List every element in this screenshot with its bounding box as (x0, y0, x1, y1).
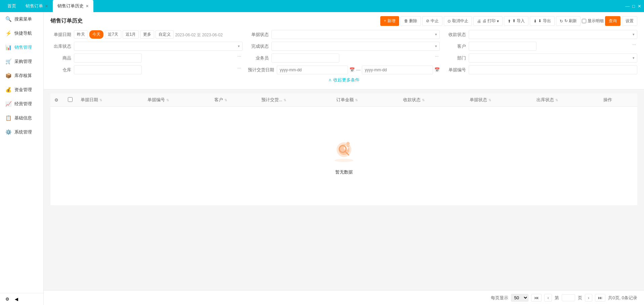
calendar-end-icon[interactable]: 📅 (434, 67, 440, 72)
sidebar-collapse-icon[interactable]: ◀ (15, 297, 18, 302)
bill-status-select[interactable] (271, 30, 440, 39)
complete-status-label: 完成状态 (248, 43, 271, 49)
dept-select[interactable] (469, 53, 637, 63)
tab-home[interactable]: 首页 (3, 0, 21, 12)
goods-input[interactable] (74, 53, 142, 63)
collapse-btn[interactable]: ∧ 收起更多条件 (50, 76, 637, 86)
th-customer-sort-icon[interactable]: ⇅ (224, 98, 227, 102)
table-settings-icon[interactable]: ⚙ (54, 98, 58, 103)
stop-button[interactable]: ⊘ 中止 (422, 16, 442, 26)
customer-label: 客户 (445, 43, 469, 49)
show-cols-checkbox-group[interactable]: 显示明细 (582, 18, 604, 24)
sidebar-item-quick-nav[interactable]: ⚡ 快捷导航 (0, 26, 43, 40)
refresh-button[interactable]: ↻ ↻ 刷新 (556, 16, 581, 26)
sidebar-item-search[interactable]: 🔍 搜索菜单 (0, 12, 43, 26)
more-date-btn[interactable]: 更多 (140, 30, 154, 39)
bill-no-filter-group: 单据编号 (445, 65, 637, 74)
page-label-before: 第 (555, 295, 559, 301)
sidebar-item-sales-label: 销售管理 (14, 44, 32, 50)
goods-dots-icon[interactable]: ··· (236, 53, 243, 59)
delivery-status-filter-group: 出库状态 ▾ (50, 42, 243, 51)
th-delivery-status-sort-icon[interactable]: ⇅ (555, 98, 558, 102)
prev-page-btn[interactable]: ‹ (544, 294, 552, 302)
page-title-row: 销售订单历史 + 新增 🗑 删除 ⊘ 中止 ⊙ 取消中止 🖨 🖨 打印 ▾ (50, 16, 637, 26)
date-dash: — (356, 67, 360, 72)
sidebar-settings-icon[interactable]: ⚙ (5, 297, 9, 302)
tab-sales-order-history[interactable]: 销售订单历史 ✕ (53, 0, 93, 12)
inventory-icon: 📦 (5, 73, 12, 79)
import-button[interactable]: ⬆ ⬆ 导入 (504, 16, 528, 26)
sidebar-item-system[interactable]: ⚙️ 系统管理 (0, 125, 43, 139)
complete-status-select[interactable] (271, 42, 440, 51)
select-all-checkbox[interactable] (68, 97, 73, 102)
date-filter-group: 单据日期 昨天 今天 近7天 近1月 更多 自定义 2023 (50, 30, 243, 39)
sidebar-item-sales[interactable]: 📊 销售管理 (0, 40, 43, 54)
customer-filter-group: 客户 ··· (445, 42, 637, 51)
bill-status-select-wrapper: ▾ (271, 30, 440, 39)
custom-date-btn[interactable]: 自定义 (156, 30, 174, 39)
show-cols-checkbox[interactable] (582, 19, 586, 23)
payment-status-filter-group: 收款状态 ▾ (445, 30, 637, 39)
empty-state-cell: 暂无数据 (50, 107, 637, 206)
salesperson-dots-icon[interactable]: ··· (433, 53, 440, 59)
expected-date-end-input[interactable] (362, 66, 433, 74)
expected-date-label: 预计交货日期 (248, 67, 277, 73)
next-page-btn[interactable]: › (585, 294, 592, 302)
tab-sales-order-close[interactable]: ✕ (45, 4, 48, 8)
th-date: 单据日期 ⇅ (77, 93, 143, 107)
date-range-display: 2023-06-02 至 2023-06-02 (174, 32, 222, 38)
close-btn[interactable]: ✕ (638, 4, 641, 9)
payment-status-select[interactable] (469, 30, 637, 39)
refresh-icon: ↻ (560, 19, 563, 24)
settings-button[interactable]: 设置 (622, 16, 637, 26)
cancel-stop-button[interactable]: ⊙ 取消中止 (444, 16, 472, 26)
th-bill-status-sort-icon[interactable]: ⇅ (488, 98, 491, 102)
sidebar-item-inventory[interactable]: 📦 库存核算 (0, 69, 43, 83)
th-expected-date-sort-icon[interactable]: ⇅ (284, 98, 286, 102)
last-page-btn[interactable]: ⏭ (595, 294, 605, 302)
warehouse-dots-icon[interactable]: ··· (236, 65, 243, 70)
last7days-btn[interactable]: 近7天 (105, 30, 121, 39)
th-payment-status-sort-icon[interactable]: ⇅ (422, 98, 425, 102)
date-btn-group: 昨天 今天 近7天 近1月 更多 自定义 (74, 30, 174, 39)
calendar-start-icon[interactable]: 📅 (349, 67, 355, 72)
tab-sales-order-history-close[interactable]: ✕ (86, 4, 89, 8)
warehouse-input[interactable] (74, 65, 142, 74)
delete-button[interactable]: 🗑 删除 (400, 16, 421, 26)
per-page-select[interactable]: 10 20 50 100 (511, 294, 528, 302)
salesperson-input[interactable] (271, 53, 339, 63)
delivery-status-select[interactable] (74, 42, 243, 51)
today-btn[interactable]: 今天 (89, 30, 103, 39)
tab-sales-order[interactable]: 销售订单 ✕ (21, 0, 53, 12)
top-bar: 首页 销售订单 ✕ 销售订单历史 ✕ — □ ✕ (0, 0, 644, 12)
expected-date-start-input[interactable] (277, 66, 348, 74)
delivery-status-label: 出库状态 (50, 43, 74, 49)
filter-row-1: 单据日期 昨天 今天 近7天 近1月 更多 自定义 2023 (50, 30, 637, 39)
yesterday-btn[interactable]: 昨天 (74, 30, 88, 39)
sidebar-item-basic-info[interactable]: 📋 基础信息 (0, 111, 43, 125)
system-icon: ⚙️ (5, 129, 12, 135)
query-button[interactable]: 查询 (605, 16, 620, 26)
maximize-btn[interactable]: □ (632, 4, 635, 9)
sidebar-item-finance[interactable]: 💰 资金管理 (0, 83, 43, 97)
th-date-sort-icon[interactable]: ⇅ (99, 98, 102, 102)
th-no-sort-icon[interactable]: ⇅ (166, 98, 169, 102)
delivery-status-select-wrapper: ▾ (74, 42, 243, 51)
th-no: 单据编号 ⇅ (143, 93, 210, 107)
th-amount-sort-icon[interactable]: ⇅ (355, 98, 358, 102)
payment-status-select-wrapper: ▾ (469, 30, 637, 39)
customer-input[interactable] (469, 42, 536, 51)
first-page-btn[interactable]: ⏮ (531, 294, 542, 302)
sidebar-item-purchase[interactable]: 🛒 采购管理 (0, 54, 43, 69)
th-expected-date: 预计交货... ⇅ (257, 93, 332, 107)
th-payment-status-label: 收款状态 (403, 97, 421, 103)
customer-dots-icon[interactable]: ··· (631, 42, 637, 47)
last1month-btn[interactable]: 近1月 (123, 30, 139, 39)
sidebar-item-operation[interactable]: 📈 经营管理 (0, 97, 43, 111)
current-page-input[interactable]: 1 (562, 294, 575, 301)
export-button[interactable]: ⬇ ⬇ 导出 (530, 16, 554, 26)
bill-no-input[interactable] (469, 65, 637, 74)
print-button[interactable]: 🖨 🖨 打印 ▾ (473, 16, 503, 26)
new-button[interactable]: + 新增 (380, 16, 399, 26)
minimize-btn[interactable]: — (625, 4, 630, 9)
